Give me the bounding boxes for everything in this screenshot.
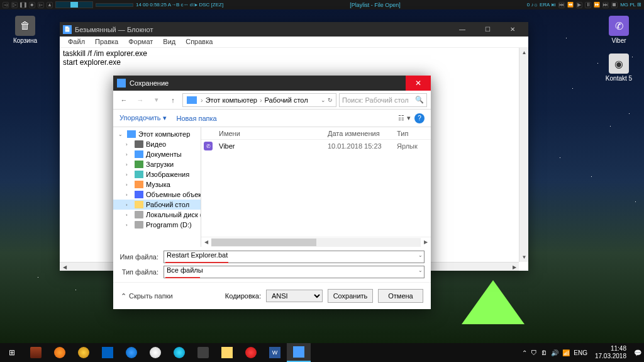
- wa-open-icon[interactable]: ▲: [47, 2, 53, 8]
- tray-lang[interactable]: ENG: [574, 349, 587, 356]
- menu-file[interactable]: Файл: [63, 37, 90, 47]
- list-scrollbar-h[interactable]: ◀ ▶: [201, 237, 431, 247]
- tb-app-2[interactable]: [48, 343, 72, 362]
- tree-disk-c[interactable]: ›Локальный диск (C:): [113, 210, 201, 220]
- col-type[interactable]: Тип: [393, 130, 431, 137]
- hide-folders-button[interactable]: ⌃ Скрыть папки: [121, 292, 173, 300]
- save-button[interactable]: Сохранить: [328, 289, 373, 303]
- filetype-dropdown-icon[interactable]: ⌄: [418, 268, 423, 273]
- cancel-button[interactable]: Отмена: [378, 289, 423, 303]
- list-scroll-left-icon[interactable]: ◀: [201, 239, 211, 245]
- tb-app-1[interactable]: [24, 343, 48, 362]
- wa-tags[interactable]: MG PL ⊞: [620, 2, 641, 8]
- tree-pc[interactable]: ⌄Этот компьютер: [113, 129, 201, 139]
- viber-icon: ✆: [609, 16, 629, 36]
- tree-images[interactable]: ›Изображения: [113, 169, 201, 179]
- menu-edit[interactable]: Правка: [90, 37, 123, 47]
- scroll-down-icon[interactable]: ▼: [519, 252, 529, 262]
- wa-b5-icon[interactable]: ⏩: [594, 2, 600, 8]
- wa-b4-icon[interactable]: ⏸: [585, 2, 591, 8]
- tb-app-8[interactable]: [191, 343, 215, 362]
- wa-b3-icon[interactable]: ▶: [576, 2, 582, 8]
- wa-b7-icon[interactable]: ⏹: [611, 2, 618, 8]
- wa-pause-icon[interactable]: ❚❚: [20, 2, 26, 8]
- wa-stop-icon[interactable]: ■: [29, 2, 35, 8]
- tree-video[interactable]: ›Видео: [113, 139, 201, 149]
- start-button[interactable]: ⊞: [0, 343, 24, 362]
- tray-up-icon[interactable]: ⌃: [522, 349, 527, 356]
- col-name[interactable]: Имени: [215, 130, 324, 137]
- menu-help[interactable]: Справка: [180, 37, 218, 47]
- tb-app-3[interactable]: [72, 343, 96, 362]
- tray-icon-1[interactable]: ⛉: [531, 349, 537, 356]
- minimize-button[interactable]: —: [450, 22, 475, 37]
- tb-word[interactable]: W: [263, 343, 287, 362]
- wa-b1-icon[interactable]: ⏮: [558, 2, 565, 8]
- tb-explorer[interactable]: [215, 343, 239, 362]
- tree-music[interactable]: ›Музыка: [113, 179, 201, 189]
- notepad-title: Безымянный — Блокнот: [75, 26, 450, 33]
- scroll-right-icon[interactable]: ▶: [509, 263, 519, 271]
- viber-shortcut[interactable]: ✆ Viber: [600, 16, 638, 44]
- tree-disk-d[interactable]: ›Programm (D:): [113, 220, 201, 230]
- menu-view[interactable]: Вид: [158, 37, 180, 47]
- search-icon: 🔍: [415, 96, 424, 104]
- maximize-button[interactable]: ☐: [475, 22, 500, 37]
- close-button[interactable]: ✕: [500, 22, 525, 37]
- wa-b6-icon[interactable]: ⏭: [602, 2, 609, 8]
- breadcrumb-dropdown-icon[interactable]: ⌄ ↻: [321, 97, 335, 103]
- tray-notifications-icon[interactable]: 💬: [634, 349, 641, 356]
- notepad-titlebar[interactable]: 📄 Безымянный — Блокнот — ☐ ✕: [60, 22, 528, 37]
- list-item[interactable]: ✆ Viber 10.01.2018 15:23 Ярлык: [201, 140, 431, 152]
- taskbar-clock[interactable]: 11:48 17.03.2018: [591, 345, 630, 360]
- tree-downloads[interactable]: ›Загрузки: [113, 159, 201, 169]
- nav-history-icon[interactable]: ▾: [150, 93, 164, 107]
- tray-wifi-icon[interactable]: 📶: [562, 349, 570, 356]
- tb-app-6[interactable]: [143, 343, 167, 362]
- search-input[interactable]: Поиск: Рабочий стол 🔍: [339, 93, 427, 107]
- list-scroll-right-icon[interactable]: ▶: [421, 239, 431, 245]
- recycle-bin[interactable]: 🗑 Корзина: [6, 16, 44, 44]
- nav-forward-button[interactable]: →: [133, 93, 147, 107]
- wa-title: [Playlist - File Open]: [226, 2, 525, 8]
- scroll-left-icon[interactable]: ◀: [60, 263, 69, 271]
- tree-3d[interactable]: ›Объемные объекты: [113, 189, 201, 200]
- encoding-select[interactable]: ANSI: [266, 290, 323, 302]
- wa-progress[interactable]: [96, 3, 133, 7]
- tb-notepad[interactable]: [287, 343, 311, 362]
- tb-app-5[interactable]: [119, 343, 143, 362]
- system-tray: ⌃ ⛉ 🗓 🔊 📶 ENG 11:48 17.03.2018 💬: [522, 345, 644, 360]
- breadcrumb[interactable]: › Этот компьютер › Рабочий стол ⌄ ↻: [182, 93, 336, 107]
- tree-desktop[interactable]: ›Рабочий стол: [113, 200, 201, 210]
- tray-icon-2[interactable]: 🗓: [541, 349, 547, 356]
- tb-opera[interactable]: [239, 343, 263, 362]
- tb-app-4[interactable]: [96, 343, 119, 362]
- col-date[interactable]: Дата изменения: [324, 130, 393, 137]
- nav-back-button[interactable]: ←: [117, 93, 131, 107]
- notepad-content[interactable]: taskkill /f /im explorer.exe start explo…: [60, 48, 528, 68]
- scroll-up-icon[interactable]: ▲: [519, 48, 529, 57]
- help-button[interactable]: ?: [414, 113, 425, 123]
- tree-documents[interactable]: ›Документы: [113, 149, 201, 159]
- new-folder-button[interactable]: Новая папка: [177, 115, 217, 122]
- tray-speaker-icon[interactable]: 🔊: [551, 349, 558, 356]
- nav-up-button[interactable]: ↑: [166, 93, 180, 107]
- tb-app-7[interactable]: [167, 343, 191, 362]
- filename-dropdown-icon[interactable]: ⌄: [418, 252, 423, 258]
- wa-play-icon[interactable]: ▷: [11, 2, 18, 8]
- notepad-scrollbar-v[interactable]: ▲ ▼: [519, 48, 528, 262]
- save-titlebar[interactable]: Сохранение ✕: [113, 76, 431, 91]
- save-app-icon: [117, 79, 126, 88]
- wa-b2-icon[interactable]: ⏪: [567, 2, 574, 8]
- filename-input[interactable]: Restart Explorer.bat ⌄: [164, 251, 425, 263]
- kontakt-shortcut[interactable]: ◉ Kontakt 5: [600, 54, 638, 82]
- save-close-button[interactable]: ✕: [406, 76, 431, 91]
- wa-prev-icon[interactable]: ◅: [3, 2, 9, 8]
- filetype-select[interactable]: Все файлы ⌄: [164, 266, 425, 278]
- menu-format[interactable]: Формат: [123, 37, 158, 47]
- chevron-up-icon: ⌃: [121, 292, 126, 300]
- winamp-bar[interactable]: ◅ ▷ ❚❚ ■ ▻ ▲ 14 00 0:58:25 A→B c↔ d↕▸ DS…: [0, 0, 644, 9]
- wa-next-icon[interactable]: ▻: [38, 2, 44, 8]
- organize-button[interactable]: Упорядочить ▾: [119, 114, 167, 122]
- view-mode-button[interactable]: ☷ ▾: [398, 113, 411, 124]
